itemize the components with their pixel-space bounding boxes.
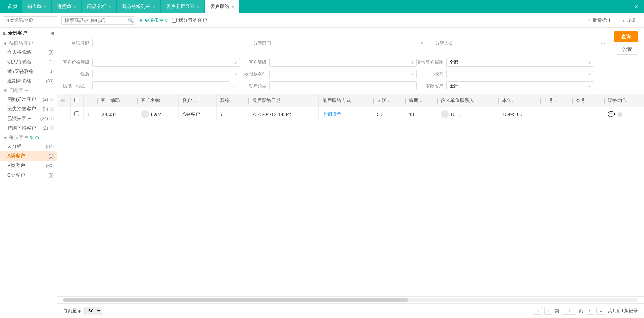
- price-level-select[interactable]: [92, 58, 240, 67]
- col-overdue[interactable]: 逾期...: [405, 94, 437, 107]
- sidebar-item-churn-warning[interactable]: 流失预警客户 (3) ⓘ: [0, 104, 57, 114]
- filter-field-person: 分管人员 ···: [426, 39, 608, 47]
- sidebar-item-class-c[interactable]: C类客户 (6): [0, 170, 57, 180]
- customer-type-input[interactable]: [269, 81, 417, 90]
- dept-select[interactable]: [274, 39, 426, 47]
- payment-select[interactable]: [269, 70, 417, 78]
- col-this-month[interactable]: 本月...: [572, 94, 604, 107]
- sidebar-item-abnormal[interactable]: 囤购异常客户 (2) ⓘ: [0, 95, 57, 104]
- item-badge: (1): [48, 59, 54, 64]
- nav-tab-sales[interactable]: 销售单 ×: [22, 0, 51, 13]
- scrollbar-track[interactable]: [63, 298, 638, 302]
- nav-tab-purchase[interactable]: 进货单 ×: [52, 0, 81, 13]
- item-label: B类客户: [7, 162, 25, 169]
- nature-select[interactable]: [92, 70, 240, 78]
- col-no-contact[interactable]: 未联...: [373, 94, 405, 107]
- close-icon[interactable]: ×: [232, 4, 234, 9]
- gear-icon[interactable]: ⚙: [61, 98, 65, 103]
- first-page-button[interactable]: «: [533, 307, 542, 315]
- person-input[interactable]: [456, 39, 598, 47]
- setting-button[interactable]: 设置: [616, 44, 638, 55]
- sidebar-item-7days[interactable]: 近7天待联络 (0): [0, 67, 57, 76]
- next-page-button[interactable]: ›: [586, 307, 594, 315]
- sidebar-item-class-a[interactable]: A类客户 (1): [0, 151, 57, 161]
- col-this-year[interactable]: 本年...: [498, 94, 540, 107]
- sidebar-search-input[interactable]: [3, 16, 57, 24]
- close-icon[interactable]: ×: [197, 4, 199, 9]
- nav-tab-product-list[interactable]: 商品分析列表 ×: [117, 0, 160, 13]
- comment-icon[interactable]: 💬: [608, 111, 615, 118]
- sidebar-item-churned[interactable]: 已流失客户 (24) ⓘ: [0, 114, 57, 123]
- col-name[interactable]: 客户名称: [137, 94, 179, 107]
- nav-tab-customer-contact[interactable]: 客户联络 ×: [205, 0, 239, 13]
- item-label: C类客户: [7, 172, 25, 179]
- close-icon[interactable]: ×: [44, 4, 46, 9]
- filter-search-input[interactable]: [65, 18, 126, 23]
- select-all-checkbox[interactable]: [74, 98, 79, 102]
- nav-tab-customer-segment[interactable]: 客户分层经营 ×: [161, 0, 204, 13]
- col-unit-contact[interactable]: 往来单位联系人: [437, 94, 498, 107]
- retail-customer-select[interactable]: 全部: [446, 81, 594, 90]
- more-conditions-button[interactable]: ▼ 更多条件 ∨: [139, 17, 168, 24]
- sidebar-all-customers[interactable]: ⊞ 全部客户 ◀: [0, 28, 57, 39]
- add-icon[interactable]: ⊕: [35, 135, 39, 141]
- dots-icon[interactable]: ···: [230, 83, 240, 89]
- page-number-input[interactable]: [562, 307, 576, 315]
- sidebar-item-overdue[interactable]: 逾期未联络 (30): [0, 76, 57, 86]
- sidebar-item-declining[interactable]: 持续下滑客户 (2) ⓘ: [0, 123, 57, 133]
- sidebar-search-area: 🔍: [0, 13, 57, 28]
- check-icon: ✓: [587, 18, 591, 23]
- nav-tab-product-analysis[interactable]: 商品分析 ×: [82, 0, 116, 13]
- price-level-label: 客户价格等级: [63, 59, 92, 66]
- phone-input[interactable]: [92, 39, 244, 47]
- filter-field-retail-attr: 零散客户属性 全部 ∨: [417, 58, 594, 67]
- sidebar-item-class-b[interactable]: B类客户 (33): [0, 161, 57, 170]
- col-code[interactable]: 客户编码: [97, 94, 137, 107]
- per-page-select[interactable]: 50: [84, 307, 102, 315]
- close-icon[interactable]: ×: [108, 4, 111, 9]
- close-icon[interactable]: ×: [153, 4, 155, 9]
- col-gear[interactable]: ⚙: [57, 94, 70, 107]
- search-icon[interactable]: 🔍: [128, 18, 134, 23]
- sidebar-group-pending[interactable]: ▼ 待联络客户: [0, 39, 57, 47]
- filter-row-1: 电话号码 分管部门 ∨ 分管人员 ··· 查询 设置: [63, 31, 638, 55]
- my-customers-checkbox[interactable]: [172, 18, 177, 23]
- batch-operation-button[interactable]: ✓ 批量操作: [583, 15, 615, 25]
- sidebar-group-value[interactable]: ▼ 价值客户 ↻ ⊕: [0, 133, 57, 142]
- customer-level-select[interactable]: [269, 58, 417, 67]
- nav-close-all-button[interactable]: ×: [631, 3, 641, 11]
- item-badge: (0): [48, 69, 54, 74]
- sidebar-item-unsorted[interactable]: 未分组 (32): [0, 142, 57, 151]
- dept-label: 分管部门: [244, 40, 274, 46]
- sidebar-item-today[interactable]: 今天待联络 (0): [0, 47, 57, 57]
- sidebar-group-problem[interactable]: ▼ 问题客户: [0, 86, 57, 95]
- col-last-month[interactable]: 上月...: [540, 94, 572, 107]
- scrollbar-thumb[interactable]: [63, 298, 408, 302]
- col-type[interactable]: 客户...: [179, 94, 217, 107]
- row-checkbox[interactable]: [74, 111, 79, 116]
- close-icon[interactable]: ×: [74, 4, 76, 9]
- collapse-icon[interactable]: ◀: [50, 31, 54, 36]
- nav-tab-label: 进货单: [57, 3, 71, 10]
- col-check[interactable]: [70, 94, 83, 107]
- grid-action-icon[interactable]: ⊞: [618, 111, 623, 118]
- sidebar-item-tomorrow[interactable]: 明天待联络 (1): [0, 57, 57, 67]
- filter-form: 电话号码 分管部门 ∨ 分管人员 ··· 查询 设置: [57, 28, 644, 94]
- status-select[interactable]: [446, 70, 594, 78]
- col-contact[interactable]: 联络...: [217, 94, 248, 107]
- row-last-method[interactable]: 下销货单: [322, 111, 341, 117]
- col-last-date[interactable]: 最后联络日期: [248, 94, 319, 107]
- row-type-cell: A类客户: [179, 107, 217, 121]
- col-last-method[interactable]: 最后联络方式: [318, 94, 373, 107]
- region-input[interactable]: [92, 81, 230, 90]
- last-page-button[interactable]: »: [596, 307, 605, 315]
- export-button[interactable]: ↓ 导出: [619, 15, 640, 25]
- prev-page-button[interactable]: ‹: [544, 307, 552, 315]
- item-badge: (24): [40, 116, 48, 121]
- refresh-icon[interactable]: ↻: [30, 135, 33, 140]
- query-button[interactable]: 查询: [614, 31, 638, 42]
- retail-attr-select[interactable]: 全部: [446, 58, 594, 67]
- row-check-cell[interactable]: [70, 107, 83, 121]
- nav-home[interactable]: 首页: [3, 3, 22, 10]
- dots-icon[interactable]: ···: [598, 40, 608, 46]
